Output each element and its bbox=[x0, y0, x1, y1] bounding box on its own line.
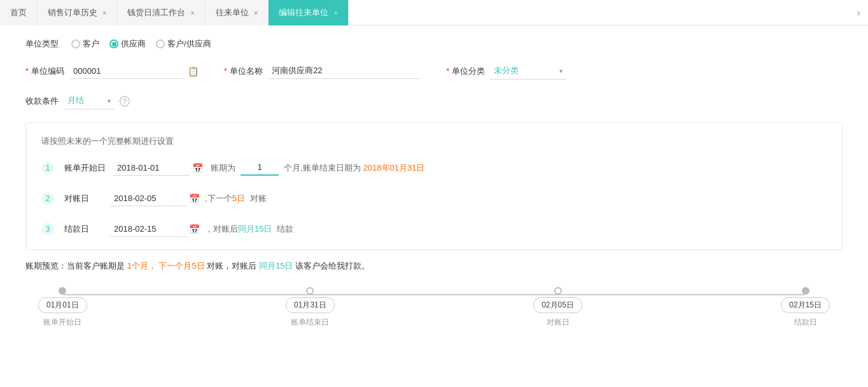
radio-customer-label: 客户 bbox=[83, 38, 99, 50]
node-badge-2: 01月31日 bbox=[286, 297, 335, 313]
unit-type-row: 单位类型 客户 供应商 客户/供应商 bbox=[25, 38, 843, 50]
unit-category-required: * bbox=[446, 66, 449, 76]
step-1: 1 bbox=[41, 162, 54, 174]
unit-code-label: 单位编码 bbox=[31, 66, 64, 77]
tab-edit-partner-label: 编辑往来单位 bbox=[279, 7, 328, 18]
period-input[interactable] bbox=[241, 160, 279, 176]
reconcile-date-calendar-icon[interactable]: 📅 bbox=[189, 194, 200, 204]
radio-customer-supplier-circle bbox=[156, 39, 165, 48]
node-label-4: 结款日 bbox=[794, 317, 817, 328]
copy-icon[interactable]: 📋 bbox=[188, 66, 199, 76]
reconcile-desc-1: ,下一个 bbox=[205, 193, 232, 204]
timeline-node-3: 02月05日 对账日 bbox=[533, 287, 582, 328]
payment-condition-select[interactable]: 月结 ▾ bbox=[64, 92, 115, 109]
tab-edit-partner-close[interactable]: × bbox=[333, 9, 337, 17]
radio-supplier[interactable]: 供应商 bbox=[109, 38, 146, 50]
payment-date-input[interactable] bbox=[110, 222, 186, 237]
main-content: 单位类型 客户 供应商 客户/供应商 * 单位编码 📋 * 单位名称 * 单位分… bbox=[0, 25, 868, 387]
preview-text: 账期预览：当前客户账期是 1个月， 下一个月5日 对账，对账后 同月15日 该客… bbox=[25, 260, 843, 272]
reconcile-day-highlight: 5日 bbox=[232, 193, 245, 204]
setting-row-1: 1 账单开始日 📅 账期为 个月,账单结束日期为 2018年01月31日 bbox=[41, 160, 827, 176]
node-label-3: 对账日 bbox=[547, 317, 570, 328]
radio-customer-circle bbox=[71, 39, 80, 48]
tab-sales-history-label: 销售订单历史 bbox=[48, 7, 97, 18]
payment-condition-chevron: ▾ bbox=[108, 97, 111, 104]
tab-cash-work-label: 钱货日清工作台 bbox=[127, 7, 185, 18]
payment-date-label: 结款日 bbox=[64, 223, 102, 235]
node-label-1: 账单开始日 bbox=[43, 317, 81, 328]
node-badge-1: 01月01日 bbox=[38, 297, 87, 313]
step-3: 3 bbox=[41, 223, 54, 236]
tab-more-button[interactable]: › bbox=[850, 7, 868, 18]
preview-label: 账期预览：当前客户账期是 bbox=[25, 261, 125, 271]
payment-condition-row: 收款条件 月结 ▾ ? bbox=[25, 92, 843, 109]
unit-name-label: 单位名称 bbox=[230, 66, 263, 77]
unit-info-row: * 单位编码 📋 * 单位名称 * 单位分类 未分类 ▾ bbox=[25, 62, 843, 80]
reconcile-date-input[interactable] bbox=[110, 191, 186, 206]
node-dot-4 bbox=[802, 287, 809, 295]
radio-supplier-label: 供应商 bbox=[121, 38, 146, 50]
radio-customer[interactable]: 客户 bbox=[71, 38, 99, 50]
timeline-node-4: 02月15日 结款日 bbox=[781, 287, 830, 328]
radio-customer-supplier[interactable]: 客户/供应商 bbox=[156, 38, 211, 50]
start-date-input[interactable] bbox=[113, 160, 190, 176]
period-suffix: 个月,账单结束日期为 bbox=[284, 162, 361, 174]
unit-category-label: 单位分类 bbox=[452, 66, 485, 77]
tab-partner-close[interactable]: × bbox=[254, 9, 258, 17]
timeline-nodes: 01月01日 账单开始日 01月31日 账单结束日 02月05日 对账日 02月… bbox=[38, 287, 830, 328]
preview-part3: 对账，对账后 bbox=[207, 261, 256, 271]
node-dot-2 bbox=[306, 287, 314, 295]
reconcile-desc-2: 对账 bbox=[250, 193, 267, 204]
payment-date-calendar-icon[interactable]: 📅 bbox=[189, 224, 200, 234]
setting-row-2: 2 对账日 📅 ,下一个 5日 对账 bbox=[41, 191, 827, 206]
unit-code-required: * bbox=[25, 66, 29, 76]
tab-edit-partner[interactable]: 编辑往来单位 × bbox=[269, 0, 348, 25]
tab-partner[interactable]: 往来单位 × bbox=[206, 0, 269, 25]
preview-part4: 同月15日 bbox=[259, 261, 293, 271]
tab-sales-history-close[interactable]: × bbox=[102, 9, 106, 17]
help-icon[interactable]: ? bbox=[120, 96, 130, 106]
radio-supplier-circle bbox=[109, 39, 118, 48]
timeline-node-1: 01月01日 账单开始日 bbox=[38, 287, 87, 328]
end-date-highlight: 2018年01月31日 bbox=[363, 162, 425, 174]
reconcile-date-label: 对账日 bbox=[64, 193, 102, 204]
unit-category-select[interactable]: 未分类 ▾ bbox=[490, 62, 566, 80]
payment-condition-label: 收款条件 bbox=[25, 95, 59, 107]
node-badge-3: 02月05日 bbox=[533, 297, 582, 313]
step-2: 2 bbox=[41, 192, 54, 205]
start-date-label: 账单开始日 bbox=[64, 162, 106, 174]
payment-desc-1: ，对账后 bbox=[205, 223, 238, 235]
setting-row-3: 3 结款日 📅 ，对账后 同月15日 结款 bbox=[41, 222, 827, 237]
period-prefix: 账期为 bbox=[211, 162, 235, 174]
payment-condition-value: 月结 bbox=[67, 95, 104, 106]
unit-code-input[interactable] bbox=[69, 64, 184, 79]
timeline-container: 01月01日 账单开始日 01月31日 账单结束日 02月05日 对账日 02月… bbox=[25, 287, 843, 328]
radio-customer-supplier-label: 客户/供应商 bbox=[167, 38, 211, 50]
preview-part5: 该客户会给我打款。 bbox=[295, 261, 370, 271]
node-label-2: 账单结束日 bbox=[291, 317, 329, 328]
node-dot-1 bbox=[59, 287, 66, 295]
tab-bar: 首页 销售订单历史 × 钱货日清工作台 × 往来单位 × 编辑往来单位 × › bbox=[0, 0, 868, 25]
settings-section: 请按照未来的一个完整帐期进行设置 1 账单开始日 📅 账期为 个月,账单结束日期… bbox=[25, 122, 843, 250]
tab-home-label: 首页 bbox=[10, 7, 27, 18]
tab-sales-history[interactable]: 销售订单历史 × bbox=[38, 0, 117, 25]
section-title: 请按照未来的一个完整帐期进行设置 bbox=[41, 136, 827, 147]
tab-home[interactable]: 首页 bbox=[0, 0, 38, 25]
tab-cash-work[interactable]: 钱货日清工作台 × bbox=[117, 0, 205, 25]
unit-type-radio-group: 客户 供应商 客户/供应商 bbox=[71, 38, 211, 50]
start-date-calendar-icon[interactable]: 📅 bbox=[192, 163, 203, 173]
unit-type-label: 单位类型 bbox=[25, 38, 59, 50]
tab-cash-work-close[interactable]: × bbox=[190, 9, 194, 17]
preview-part2: 下一个月5日 bbox=[158, 261, 204, 271]
preview-part1: 1个月， bbox=[127, 261, 157, 271]
payment-day-highlight: 同月15日 bbox=[238, 223, 272, 235]
node-badge-4: 02月15日 bbox=[781, 297, 830, 313]
unit-name-input[interactable] bbox=[268, 64, 421, 79]
timeline-node-2: 01月31日 账单结束日 bbox=[286, 287, 335, 328]
tab-partner-label: 往来单位 bbox=[216, 7, 249, 18]
node-dot-3 bbox=[554, 287, 562, 295]
unit-category-chevron: ▾ bbox=[559, 67, 563, 74]
unit-name-required: * bbox=[224, 66, 227, 76]
payment-desc-2: 结款 bbox=[277, 223, 293, 235]
unit-category-value: 未分类 bbox=[494, 65, 556, 76]
